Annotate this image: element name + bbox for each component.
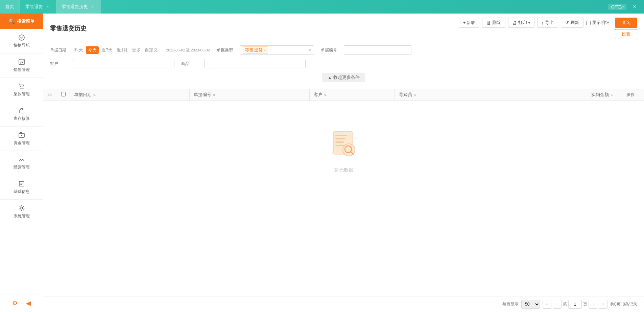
customer-sort-icon[interactable]: ⇅ [324, 93, 327, 97]
tab-home[interactable]: 首页 [0, 0, 20, 14]
collapse-btn[interactable]: ▲ 收起更多条件 [322, 73, 365, 82]
shortcut-today[interactable]: 今天 [86, 46, 99, 54]
search-icon: 🔍 [8, 18, 15, 24]
refresh-btn[interactable]: ↺ 刷新 [561, 18, 583, 28]
next-page-btn[interactable]: › [589, 300, 597, 309]
display-checkbox[interactable] [586, 21, 591, 25]
bill-type-tag: 零售退货 × [243, 46, 268, 54]
sidebar-item-label-finance: 资金管理 [14, 140, 30, 146]
first-page-btn[interactable]: « [543, 300, 551, 309]
settings-btn[interactable]: 设置 [615, 29, 637, 39]
customer-select[interactable]: ... [73, 59, 174, 68]
customer-filter-field: 客户 ... [50, 59, 174, 68]
customer-label: 客户 [50, 61, 70, 67]
page-word: 第 [563, 302, 567, 307]
tab-retail-return-history[interactable]: 零售退货历史 × [56, 0, 101, 14]
pagination-bar: 每页显示 20 50 100 « ‹ 第 页 › » 共0页, 0条记录 [43, 296, 644, 312]
delete-btn[interactable]: 🗑 删除 [482, 18, 505, 28]
query-btn[interactable]: 查询 [615, 18, 637, 28]
table-container: ⚙ 单据日期 ⇅ 单据编号 [43, 89, 644, 296]
tab-retail-return[interactable]: 零售退货 × [20, 0, 56, 14]
th-customer-sort: 客户 ⇅ [314, 92, 390, 98]
svg-rect-12 [335, 141, 344, 143]
th-date[interactable]: 单据日期 ⇅ [70, 89, 190, 101]
main-layout: 🔍 搜索菜单 快捷导航 销售管理 采购管理 库存核算 [0, 14, 644, 312]
empty-illustration [327, 128, 361, 162]
guide-sort-icon[interactable]: ⇅ [413, 93, 416, 97]
sidebar-item-sales-mgmt[interactable]: 销售管理 [0, 53, 43, 78]
gear-icon[interactable]: ⚙ [48, 92, 52, 97]
svg-point-8 [21, 207, 23, 209]
sidebar-search-label: 搜索菜单 [17, 18, 34, 24]
goods-select[interactable]: ... [204, 59, 306, 68]
th-guide[interactable]: 导购员 ⇅ [395, 89, 497, 101]
sidebar-search[interactable]: 🔍 搜索菜单 [0, 14, 43, 29]
retail-return-history-tab-close[interactable]: × [90, 4, 95, 9]
sidebar-item-finance-mgmt[interactable]: 资金管理 [0, 127, 43, 151]
shortcut-yesterday[interactable]: 昨天 [73, 46, 85, 54]
sidebar-item-inventory[interactable]: 库存核算 [0, 102, 43, 127]
shortcut-1month[interactable]: 近1月 [115, 46, 129, 54]
last-page-btn[interactable]: » [599, 300, 607, 309]
sidebar-item-label-basic: 基础信息 [14, 189, 30, 195]
sidebar-item-quick-nav[interactable]: 快捷导航 [0, 29, 43, 53]
tab-bar: 首页 零售退货 × 零售退货历史 × [0, 0, 608, 14]
date-sort-icon[interactable]: ⇅ [93, 93, 96, 97]
bill-type-select[interactable]: 零售退货 × ▾ [240, 45, 314, 55]
sidebar-item-basic-info[interactable]: 基础信息 [0, 175, 43, 200]
date-range-display: 2023-06-02 至 2023-06-02 [166, 48, 210, 53]
new-btn[interactable]: + 新增 [459, 18, 479, 28]
content-area: 零售退货历史 + 新增 🗑 删除 🖨 打印 ▾ [43, 14, 644, 312]
sidebar-settings-icon[interactable]: ⚙ [10, 298, 20, 308]
page-title: 零售退货历史 [50, 24, 87, 32]
filter-row-1: 单据日期 昨天 今天 近7天 近1月 更多 自定义 2023-06-02 至 2… [50, 43, 637, 57]
select-all-checkbox[interactable] [61, 92, 66, 96]
sidebar-item-system-mgmt[interactable]: 系统管理 [0, 200, 43, 224]
page-title-row: 零售退货历史 + 新增 🗑 删除 🖨 打印 ▾ [50, 18, 637, 39]
sidebar-item-label-inventory: 库存核算 [14, 116, 30, 121]
svg-rect-4 [19, 110, 24, 113]
display-label: 显示明细 [592, 20, 610, 26]
sidebar-collapse-icon[interactable]: ◀ [24, 298, 33, 308]
th-amount-label: 实销金额 [591, 92, 609, 98]
total-info: 共0页, 0条记录 [610, 302, 637, 307]
sidebar-item-operation-mgmt[interactable]: 经营管理 [0, 151, 43, 175]
th-customer[interactable]: 客户 ⇅ [310, 89, 395, 101]
bill-no-input[interactable] [344, 45, 411, 55]
shortcut-more[interactable]: 更多 [130, 46, 142, 54]
empty-state: 暂无数据 [43, 101, 644, 200]
th-amount[interactable]: 实销金额 ⇅ [497, 89, 617, 101]
export-btn[interactable]: ↑ 导出 [537, 18, 558, 28]
svg-point-18 [355, 137, 356, 139]
top-bar-right: OfTEn × [608, 3, 644, 11]
shortcut-custom[interactable]: 自定义 [143, 46, 159, 54]
bill-type-filter-field: 单据类型 零售退货 × ▾ [217, 45, 314, 55]
svg-point-17 [332, 152, 334, 154]
th-gear[interactable]: ⚙ [43, 89, 57, 101]
quick-nav-icon [18, 34, 25, 41]
bill-type-tag-close[interactable]: × [264, 48, 266, 52]
amount-sort-icon[interactable]: ⇅ [610, 93, 613, 97]
bill-no-label: 单据编号 [321, 47, 341, 53]
top-bar: 首页 零售退货 × 零售退货历史 × OfTEn × [0, 0, 644, 14]
finance-mgmt-icon [18, 131, 25, 139]
sidebar-item-purchase-mgmt[interactable]: 采购管理 [0, 78, 43, 102]
bill-no-sort-icon[interactable]: ⇅ [213, 93, 215, 97]
date-filter-field: 单据日期 昨天 今天 近7天 近1月 更多 自定义 2023-06-02 至 2… [50, 46, 210, 54]
sales-mgmt-icon [18, 58, 25, 66]
svg-point-6 [21, 135, 22, 136]
shortcut-7days[interactable]: 近7天 [100, 46, 114, 54]
page-number-input[interactable] [568, 300, 582, 309]
retail-return-tab-close[interactable]: × [45, 4, 50, 9]
th-bill-no[interactable]: 单据编号 ⇅ [190, 89, 310, 101]
operation-mgmt-icon [18, 156, 25, 163]
window-close-btn[interactable]: × [630, 3, 639, 11]
goods-label: 商品 [181, 61, 201, 67]
svg-rect-11 [335, 138, 345, 139]
print-btn[interactable]: 🖨 打印 ▾ [508, 18, 534, 28]
prev-page-btn[interactable]: ‹ [553, 300, 562, 309]
page-size-select[interactable]: 20 50 100 [521, 300, 540, 309]
collapse-row: ▲ 收起更多条件 [50, 70, 637, 86]
export-icon: ↑ [542, 20, 544, 25]
display-switch[interactable]: 显示明细 [586, 20, 610, 26]
